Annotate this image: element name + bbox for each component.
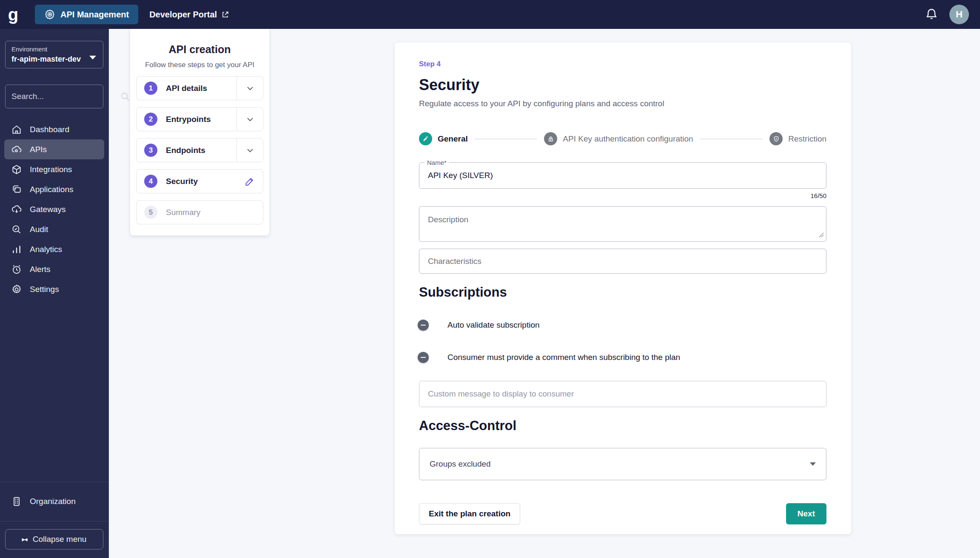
sidebar-item-label: Alerts bbox=[30, 265, 51, 274]
gear-badge-icon bbox=[44, 9, 55, 20]
sidebar-item-audit[interactable]: Audit bbox=[0, 219, 108, 239]
wizard-step-entrypoints[interactable]: 2 Entrypoints bbox=[136, 107, 263, 131]
sidebar-item-label: Settings bbox=[30, 285, 59, 294]
sidebar-item-dashboard[interactable]: Dashboard bbox=[0, 119, 108, 139]
sidebar-item-analytics[interactable]: Analytics bbox=[0, 239, 108, 259]
step-indicator: Step 4 bbox=[419, 60, 826, 68]
expand-step-button[interactable] bbox=[236, 108, 263, 131]
user-avatar[interactable]: H bbox=[949, 5, 969, 24]
access-control-heading: Access-Control bbox=[419, 418, 826, 433]
cloud-gear-icon bbox=[11, 144, 22, 155]
page-title: Security bbox=[419, 76, 826, 94]
toggle-label: Consumer must provide a comment when sub… bbox=[447, 353, 680, 362]
substep-general[interactable]: General bbox=[419, 132, 468, 145]
sidebar-item-gateways[interactable]: Gateways bbox=[0, 199, 108, 219]
sidebar-item-alerts[interactable]: Alerts bbox=[0, 259, 108, 279]
search-input[interactable] bbox=[11, 92, 116, 101]
auto-validate-toggle-row: Auto validate subscription bbox=[419, 320, 826, 330]
pencil-icon bbox=[419, 132, 432, 145]
environment-value: fr-apim-master-dev bbox=[11, 55, 97, 64]
wizard-step-api-details[interactable]: 1 API details bbox=[136, 76, 263, 100]
name-field: Name* bbox=[419, 162, 826, 189]
toggle-knob-off-icon bbox=[418, 352, 429, 363]
wizard-title: API creation bbox=[136, 43, 263, 56]
expand-step-button[interactable] bbox=[236, 139, 263, 162]
substep-restriction[interactable]: Restriction bbox=[769, 132, 826, 145]
developer-portal-label: Developer Portal bbox=[149, 10, 217, 20]
substep-label: Restriction bbox=[788, 134, 826, 144]
name-input[interactable] bbox=[419, 163, 826, 188]
groups-excluded-label: Groups excluded bbox=[430, 459, 491, 469]
sidebar-bottom: Organization ▸◂ Collapse menu bbox=[0, 482, 108, 558]
sidebar-item-label: Integrations bbox=[30, 165, 72, 174]
step-number-badge: 4 bbox=[144, 175, 157, 188]
next-button[interactable]: Next bbox=[786, 503, 826, 524]
api-management-button[interactable]: API Management bbox=[35, 5, 138, 24]
step-label: Security bbox=[166, 177, 198, 186]
chevron-down-icon bbox=[245, 83, 255, 93]
toggle-label: Auto validate subscription bbox=[447, 320, 540, 330]
step-number-badge: 2 bbox=[144, 113, 157, 126]
magnifier-check-icon bbox=[11, 224, 22, 235]
developer-portal-link[interactable]: Developer Portal bbox=[149, 10, 229, 20]
description-field bbox=[419, 206, 826, 242]
environment-selector[interactable]: Environment fr-apim-master-dev bbox=[5, 41, 103, 68]
sidebar-item-apis[interactable]: APIs bbox=[4, 139, 104, 159]
name-char-counter: 16/50 bbox=[419, 192, 826, 199]
sidebar-item-applications[interactable]: Applications bbox=[0, 179, 108, 199]
edit-step-button[interactable] bbox=[236, 170, 263, 193]
custom-message-input[interactable] bbox=[419, 381, 826, 407]
comment-required-toggle[interactable] bbox=[419, 354, 436, 361]
top-bar: g API Management Developer Portal H bbox=[0, 0, 980, 29]
avatar-initial: H bbox=[956, 9, 963, 20]
alarm-clock-icon bbox=[11, 264, 22, 275]
collapse-menu-button[interactable]: ▸◂ Collapse menu bbox=[5, 529, 103, 550]
external-link-icon bbox=[221, 11, 229, 19]
api-creation-panel: API creation Follow these steps to get y… bbox=[130, 29, 269, 235]
search-icon bbox=[120, 91, 130, 102]
sidebar-nav: Dashboard APIs Integrations bbox=[0, 119, 108, 299]
wizard-step-summary[interactable]: 5 Summary bbox=[136, 200, 263, 224]
sidebar-item-label: Organization bbox=[30, 497, 76, 506]
substep-api-key-config[interactable]: API Key authentication configuration bbox=[544, 132, 693, 145]
groups-excluded-select[interactable]: Groups excluded bbox=[419, 448, 826, 480]
step-label: API details bbox=[166, 84, 207, 93]
substep-label: General bbox=[438, 134, 468, 144]
sidebar-item-integrations[interactable]: Integrations bbox=[0, 159, 108, 179]
exit-plan-creation-button[interactable]: Exit the plan creation bbox=[419, 503, 520, 524]
sidebar-item-label: APIs bbox=[30, 145, 47, 154]
name-field-label: Name* bbox=[425, 159, 449, 166]
expand-step-button[interactable] bbox=[236, 76, 263, 100]
step-number-badge: 1 bbox=[144, 82, 157, 95]
collapse-menu-label: Collapse menu bbox=[33, 535, 87, 544]
chevron-down-icon bbox=[245, 145, 255, 156]
security-step-card: Step 4 Security Regulate access to your … bbox=[395, 42, 851, 534]
gravitee-logo[interactable]: g bbox=[0, 2, 26, 27]
sidebar-item-label: Audit bbox=[30, 225, 48, 234]
sidebar-item-settings[interactable]: Settings bbox=[0, 279, 108, 299]
cube-icon bbox=[11, 164, 22, 175]
building-icon bbox=[11, 496, 22, 507]
sidebar-item-label: Analytics bbox=[30, 245, 62, 254]
notifications-bell-icon[interactable] bbox=[925, 8, 938, 21]
home-icon bbox=[11, 124, 22, 135]
wizard-step-security[interactable]: 4 Security bbox=[136, 169, 263, 193]
wizard-subtitle: Follow these steps to get your API bbox=[136, 61, 263, 69]
substep-connector bbox=[700, 139, 763, 139]
characteristics-input[interactable] bbox=[419, 249, 826, 273]
chevron-down-icon bbox=[245, 114, 255, 125]
resize-handle-icon[interactable] bbox=[819, 232, 824, 239]
sidebar-item-label: Gateways bbox=[30, 205, 66, 214]
sidebar-item-organization[interactable]: Organization bbox=[0, 482, 108, 521]
description-textarea[interactable] bbox=[419, 207, 826, 241]
pencil-icon bbox=[244, 176, 255, 187]
auto-validate-toggle[interactable] bbox=[419, 322, 436, 329]
substep-label: API Key authentication configuration bbox=[563, 134, 693, 144]
sidebar-search bbox=[5, 85, 103, 108]
characteristics-field bbox=[419, 249, 826, 274]
wizard-step-endpoints[interactable]: 3 Endpoints bbox=[136, 138, 263, 162]
dropdown-caret-icon bbox=[810, 462, 816, 466]
step-label: Summary bbox=[166, 208, 200, 217]
step-number-badge: 3 bbox=[144, 144, 157, 157]
topbar-actions: H bbox=[925, 5, 980, 24]
